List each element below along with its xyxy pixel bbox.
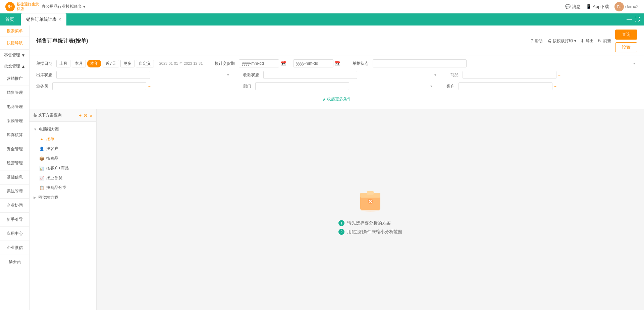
empty-image bbox=[354, 185, 387, 215]
message-btn[interactable]: 💬 消息 bbox=[565, 4, 581, 10]
help-icon: ? bbox=[531, 38, 533, 44]
help-btn[interactable]: ? 帮助 bbox=[531, 38, 543, 44]
tree-item-by-customer-product[interactable]: 📊 按客户+商品 bbox=[36, 163, 96, 173]
tip-1: 1 请先选择要分析的方案 bbox=[338, 220, 402, 226]
user-menu[interactable]: Ea demo2 bbox=[614, 2, 639, 11]
customer-more-icon[interactable]: ··· bbox=[554, 84, 558, 89]
collapse-btn[interactable]: ∧ 收起更多条件 bbox=[36, 94, 637, 105]
tree-item-by-category[interactable]: 📋 按商品分类 bbox=[36, 183, 96, 193]
avatar: Ea bbox=[614, 2, 624, 11]
sidebar-item-ecommerce[interactable]: 电商管理 bbox=[0, 100, 29, 114]
tab-close-icon[interactable]: × bbox=[59, 17, 61, 22]
topbar-right: 💬 消息 📱 App下载 Ea demo2 bbox=[565, 2, 639, 11]
customer-input[interactable] bbox=[459, 82, 552, 90]
export-btn[interactable]: ⬇ 导出 bbox=[580, 38, 594, 44]
sidebar-item-newcomer[interactable]: 新手引导 bbox=[0, 213, 29, 227]
tree-mobile-arrow-icon: ▶ bbox=[34, 196, 36, 199]
date-from-input[interactable] bbox=[239, 59, 279, 67]
product-more-icon[interactable]: ··· bbox=[558, 72, 562, 78]
date-btn-7days[interactable]: 近7天 bbox=[103, 60, 119, 67]
by-customer-icon: 👤 bbox=[39, 147, 44, 151]
minimize-button[interactable]: — bbox=[627, 17, 632, 22]
department-select[interactable] bbox=[255, 82, 349, 90]
date-from-group: 📅 — 📅 bbox=[239, 59, 340, 67]
calendar-to-icon[interactable]: 📅 bbox=[335, 61, 340, 66]
main-right: 销售订单统计表(按单) ? 帮助 🖨 按模板打印 ▾ ⬇ 导出 ↻ 刷新 bbox=[30, 25, 644, 310]
query-button[interactable]: 查询 bbox=[615, 30, 637, 40]
main-content: 搜索菜单 快捷导航 零售管理 ▼ 批发管理 ▲ 营销推广 销售管理 电商管理 采… bbox=[0, 25, 644, 310]
page-header: 销售订单统计表(按单) ? 帮助 🖨 按模板打印 ▾ ⬇ 导出 ↻ 刷新 bbox=[30, 25, 644, 55]
salesperson-input[interactable] bbox=[52, 82, 146, 90]
sidebar-item-wechat[interactable]: 企业微信 bbox=[0, 241, 29, 255]
setting-button[interactable]: 设置 bbox=[615, 42, 637, 52]
sidebar-item-enterprise[interactable]: 企业协同 bbox=[0, 199, 29, 213]
department-label: 部门 bbox=[243, 84, 251, 89]
sidebar-item-inventory[interactable]: 库存核算 bbox=[0, 128, 29, 142]
sidebar-item-marketing[interactable]: 营销推广 bbox=[0, 72, 29, 86]
date-btn-last-month[interactable]: 上月 bbox=[56, 60, 70, 67]
date-label: 单据日期 bbox=[36, 61, 52, 66]
page-title: 销售订单统计表(按单) bbox=[36, 38, 88, 45]
breadcrumb[interactable]: 办公用品行业模拟账套 ▾ bbox=[42, 4, 85, 9]
product-input[interactable] bbox=[463, 71, 556, 79]
panel-collapse-icon[interactable]: « bbox=[90, 113, 92, 118]
sidebar-item-purchase[interactable]: 采购管理 bbox=[0, 114, 29, 128]
date-btn-this-month[interactable]: 本月 bbox=[72, 60, 86, 67]
export-icon: ⬇ bbox=[580, 38, 584, 44]
product-label: 商品 bbox=[450, 72, 459, 78]
sidebar-item-basic-info[interactable]: 基础信息 bbox=[0, 170, 29, 185]
date-to-input[interactable] bbox=[293, 59, 333, 67]
template-print-btn[interactable]: 🖨 按模板打印 ▾ bbox=[547, 38, 576, 44]
sidebar-item-finance[interactable]: 资金管理 bbox=[0, 142, 29, 156]
tree-group-desktop[interactable]: ▼ 电脑端方案 bbox=[30, 124, 96, 134]
sidebar-item-wholesale[interactable]: 批发管理 ▲ bbox=[0, 61, 29, 72]
print-chevron-icon: ▾ bbox=[574, 39, 576, 43]
salesperson-more-icon[interactable]: ··· bbox=[148, 84, 152, 89]
status-chevron-icon: ▾ bbox=[633, 61, 635, 66]
maximize-button[interactable]: ⛶ bbox=[635, 17, 640, 22]
tree-item-by-order[interactable]: ● 按单 bbox=[36, 134, 96, 144]
filter-and-content: 按以下方案查询 + ⊙ « ▼ 电脑端方案 ● 按单 bbox=[30, 109, 644, 310]
status-select[interactable] bbox=[373, 59, 467, 67]
by-category-icon: 📋 bbox=[39, 186, 44, 190]
sidebar-item-system[interactable]: 系统管理 bbox=[0, 185, 29, 199]
message-icon: 💬 bbox=[565, 4, 571, 9]
status-select-wrapper: ▾ bbox=[373, 59, 637, 67]
refresh-btn[interactable]: ↻ 刷新 bbox=[598, 38, 611, 44]
panel-refresh-icon[interactable]: ⊙ bbox=[84, 113, 88, 118]
tree-item-by-product[interactable]: 📦 按商品 bbox=[36, 154, 96, 163]
calendar-from-icon[interactable]: 📅 bbox=[280, 61, 286, 66]
date-btn-more[interactable]: 更多 bbox=[120, 60, 135, 67]
logo-text: 畅捷通好生意 标版 bbox=[17, 2, 39, 11]
payment-select[interactable] bbox=[263, 71, 357, 79]
date-btn-this-year[interactable]: 本年 bbox=[87, 60, 101, 67]
tree-group-mobile[interactable]: ▶ 移动端方案 bbox=[30, 193, 96, 202]
tree-item-by-salesperson[interactable]: 📈 按业务员 bbox=[36, 173, 96, 183]
customer-input-group: ··· bbox=[459, 82, 637, 90]
filter-row-3: 业务员 ··· 部门 ▾ 客户 ··· bbox=[36, 82, 637, 90]
tree-item-by-customer[interactable]: 👤 按客户 bbox=[36, 144, 96, 154]
salesperson-input-group: ··· bbox=[52, 82, 231, 90]
app-download-btn[interactable]: 📱 App下载 bbox=[586, 4, 609, 10]
outbound-select[interactable] bbox=[56, 71, 150, 79]
empty-tips: 1 请先选择要分析的方案 2 用[过滤]条件来缩小分析范围 bbox=[338, 220, 402, 235]
sidebar-item-sales-mgmt[interactable]: 销售管理 bbox=[0, 86, 29, 100]
sidebar-item-operations[interactable]: 经营管理 bbox=[0, 156, 29, 170]
sidebar-item-quick-nav[interactable]: 快捷导航 bbox=[0, 37, 29, 50]
panel-title: 按以下方案查询 bbox=[34, 112, 62, 118]
sidebar-item-app-center[interactable]: 应用中心 bbox=[0, 227, 29, 241]
product-input-group: ··· bbox=[463, 71, 637, 79]
tab-sales-order-stats[interactable]: 销售订单统计表 × bbox=[21, 13, 66, 25]
sidebar: 搜索菜单 快捷导航 零售管理 ▼ 批发管理 ▲ 营销推广 销售管理 电商管理 采… bbox=[0, 25, 30, 310]
outbound-label: 出库状态 bbox=[36, 72, 52, 78]
payment-chevron-icon: ▾ bbox=[434, 73, 436, 77]
sidebar-item-member[interactable]: 畅会员 bbox=[0, 255, 29, 269]
tab-home[interactable]: 首页 bbox=[0, 13, 19, 25]
logo-icon: 好 bbox=[5, 2, 15, 11]
sidebar-item-retail[interactable]: 零售管理 ▼ bbox=[0, 50, 29, 61]
sidebar-item-search[interactable]: 搜索菜单 bbox=[0, 25, 29, 37]
logo-area: 好 畅捷通好生意 标版 bbox=[5, 2, 39, 11]
panel-add-icon[interactable]: + bbox=[79, 113, 82, 118]
date-btn-custom[interactable]: 自定义 bbox=[136, 60, 154, 67]
outbound-chevron-icon: ▾ bbox=[227, 73, 229, 77]
